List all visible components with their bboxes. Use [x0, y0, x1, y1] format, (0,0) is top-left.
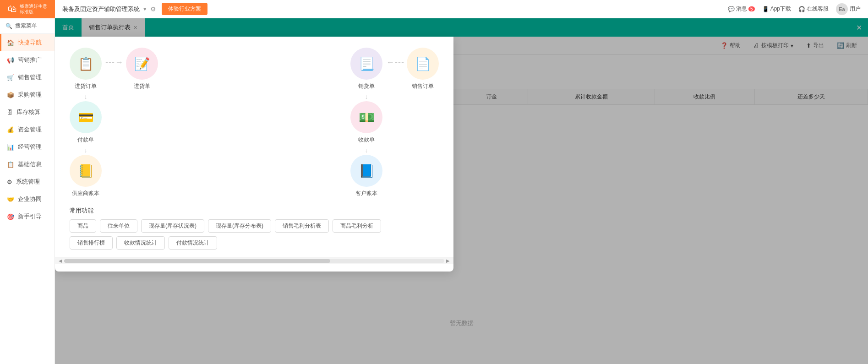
sidebar-item-newbie[interactable]: 🎯 新手引导 — [0, 208, 55, 225]
purchase-icon: 📦 — [7, 92, 14, 98]
sidebar-item-finance[interactable]: 💰 资金管理 — [0, 121, 55, 138]
marketing-icon: 📢 — [7, 57, 14, 64]
common-functions-title: 常用功能 — [70, 206, 439, 215]
finance-icon: 💰 — [7, 126, 14, 133]
collab-icon: 🤝 — [7, 196, 14, 203]
logo-icon: 🛍 — [8, 4, 17, 14]
arrow-down-3: ↓ — [365, 93, 368, 100]
scroll-left-icon[interactable]: ◀ — [57, 258, 64, 263]
func-btn-stock-dist[interactable]: 现存量(库存分布表) — [208, 219, 271, 233]
system-icon: ⚙ — [7, 179, 12, 185]
system-title: 装备及固定资产辅助管理系统 — [62, 5, 140, 13]
sidebar-item-purchase[interactable]: 📦 采购管理 — [0, 86, 55, 103]
app-download-btn[interactable]: 📱 App下载 — [762, 5, 791, 13]
sidebar-item-inventory[interactable]: 🗄 库存核算 — [0, 103, 55, 121]
flow-node-supplier[interactable]: 📒 供应商账本 — [70, 155, 102, 197]
message-badge: 5 — [748, 6, 755, 11]
sidebar-item-system[interactable]: ⚙ 系统管理 — [0, 173, 55, 190]
arrow-down-1: ↓ — [84, 93, 87, 100]
func-btn-payment-stats[interactable]: 付款情况统计 — [169, 236, 217, 250]
user-name: 用户 — [850, 5, 861, 13]
arrow-down-2: ↓ — [84, 147, 87, 154]
logo-brand: 畅康通好生意 — [20, 4, 47, 9]
dropdown-icon[interactable]: ▾ — [143, 5, 147, 12]
sidebar-item-operation[interactable]: 📊 经营管理 — [0, 138, 55, 156]
online-service-btn[interactable]: 🎧 在线客服 — [798, 5, 829, 13]
sidebar-item-collab[interactable]: 🤝 企业协同 — [0, 190, 55, 208]
flow-diagram: 📋 进货订单 ↓ 💳 付款单 ↓ 📒 供应商账本 — [70, 48, 439, 197]
sidebar-item-quick[interactable]: 🏠 快捷导航 — [0, 34, 55, 51]
basic-icon: 📋 — [7, 161, 14, 168]
avatar: Ea — [836, 3, 848, 15]
func-btn-partner[interactable]: 往来单位 — [100, 219, 137, 233]
func-btn-sales-gross[interactable]: 销售毛利分析表 — [275, 219, 329, 233]
arrow-right-1: - - - → — [105, 58, 122, 67]
sidebar-item-sales[interactable]: 🛒 销售管理 — [0, 69, 55, 86]
operation-icon: 📊 — [7, 144, 14, 151]
func-btn-product-gross[interactable]: 商品毛利分析 — [333, 219, 381, 233]
download-icon: 📱 — [762, 6, 769, 12]
arrow-left-dashed: ← - - - — [386, 58, 403, 67]
newbie-icon: 🎯 — [7, 213, 14, 220]
flow-node-customer[interactable]: 📘 客户账本 — [350, 155, 382, 197]
func-btn-sales-rank[interactable]: 销售排行榜 — [70, 236, 113, 250]
sidebar: 🔍 搜索菜单 🏠 快捷导航 📢 营销推广 🛒 销售管理 📦 采购管理 🗄 库存核… — [0, 18, 55, 364]
logo-sub: 标准版 — [20, 9, 47, 15]
message-btn[interactable]: 💬 消息 5 — [728, 5, 755, 13]
sales-icon: 🛒 — [7, 74, 14, 81]
quick-guide-dialog: 📋 进货订单 ↓ 💳 付款单 ↓ 📒 供应商账本 — [55, 37, 453, 272]
function-buttons-row2: 销售排行榜 收款情况统计 付款情况统计 — [70, 236, 439, 250]
content-area: 首页 销售订单执行表 ✕ ✕ ❓ 帮助 🖨 按模板打印 ▾ ⬆ 导出 — [55, 18, 868, 364]
service-icon: 🎧 — [798, 6, 805, 12]
quick-icon: 🏠 — [7, 39, 14, 46]
logo-area: 🛍 畅康通好生意 标准版 — [0, 0, 55, 18]
message-icon: 💬 — [728, 6, 735, 12]
func-btn-stock-status[interactable]: 现存量(库存状况表) — [141, 219, 204, 233]
arrow-down-4: ↓ — [365, 147, 368, 154]
flow-node-payment-out[interactable]: 💳 付款单 — [70, 101, 102, 144]
func-btn-receipt-stats[interactable]: 收款情况统计 — [116, 236, 165, 250]
sidebar-item-basic[interactable]: 📋 基础信息 — [0, 156, 55, 173]
scroll-bar[interactable]: ◀ ▶ — [55, 257, 453, 264]
experience-btn[interactable]: 体验行业方案 — [162, 3, 207, 15]
func-btn-product[interactable]: 商品 — [70, 219, 96, 233]
scroll-right-icon[interactable]: ▶ — [444, 258, 452, 263]
sidebar-item-marketing[interactable]: 📢 营销推广 — [0, 51, 55, 69]
flow-node-purchase-order[interactable]: 📋 进货订单 — [70, 48, 102, 90]
inventory-icon: 🗄 — [7, 109, 13, 116]
search-icon: 🔍 — [5, 23, 12, 29]
flow-node-sales-order[interactable]: 📄 销售订单 — [407, 48, 439, 90]
common-functions-section: 常用功能 商品 往来单位 现存量(库存状况表) 现存量(库存分布表) 销售毛利分… — [70, 206, 439, 250]
function-buttons-row1: 商品 往来单位 现存量(库存状况表) 现存量(库存分布表) 销售毛利分析表 商品… — [70, 219, 439, 233]
settings-icon[interactable]: ⚙ — [150, 5, 156, 13]
flow-node-purchase[interactable]: 📝 进货单 — [126, 48, 158, 90]
flow-node-payment-in[interactable]: 💵 收款单 — [350, 101, 382, 144]
search-menu[interactable]: 🔍 搜索菜单 — [0, 18, 55, 34]
user-area[interactable]: Ea 用户 — [836, 3, 861, 15]
flow-node-sales[interactable]: 📃 销货单 — [350, 48, 382, 90]
